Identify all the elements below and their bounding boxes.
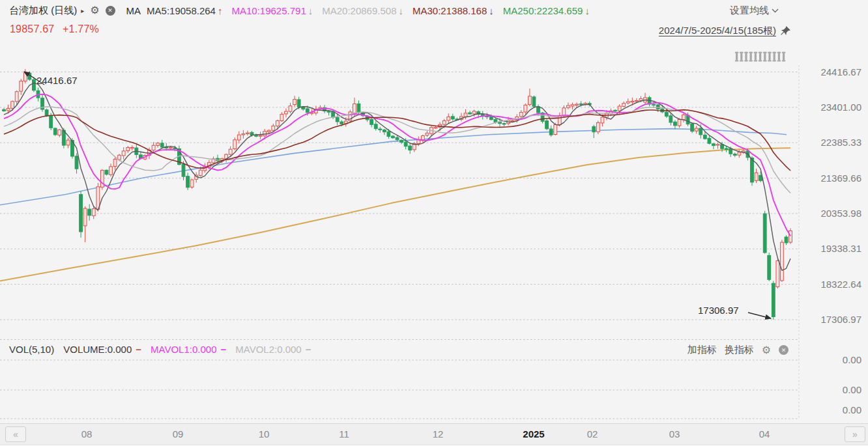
price-annotation: 17306.97: [698, 305, 739, 316]
vol-legend-value: MAVOL2:0.000: [235, 344, 301, 355]
date-range-link[interactable]: 2024/7/5-2025/4/15(185根): [659, 25, 776, 37]
vol-legend-value: VOLUME:0.000: [63, 344, 132, 355]
last-price: 19857.67: [10, 23, 54, 35]
ma-legend-value: MA5:19058.264: [147, 5, 216, 16]
ma-legend-value: MA30:21388.168: [412, 5, 487, 16]
scroll-right-button[interactable]: »: [845, 426, 865, 442]
vol-legend-item: MAVOL1:0.000−: [151, 344, 226, 355]
time-axis-label: 09: [173, 428, 184, 439]
scroll-left-button[interactable]: «: [5, 426, 26, 442]
price-axis-label: 21369.66: [805, 173, 861, 184]
ma-trend-arrow-icon: ↓: [489, 5, 494, 16]
ma-legend-item: MA250:22234.659↓: [503, 5, 590, 16]
ma-trend-arrow-icon: ↑: [218, 5, 223, 16]
ma-legend-value: MA20:20869.508: [322, 5, 396, 16]
vol-legend-value: MAVOL1:0.000: [151, 344, 216, 355]
volume-axis-label: 0.00: [805, 404, 861, 416]
vol-indicator-label: VOL(5,10): [9, 344, 54, 355]
time-axis-label: 10: [259, 428, 270, 439]
price-quote: 19857.67 +1.77%: [10, 23, 99, 35]
price-axis-label: 19338.31: [805, 243, 861, 255]
vol-legend-item: VOLUME:0.000−: [63, 344, 141, 355]
price-axis-label: 18322.64: [805, 279, 861, 290]
chart-header: 台湾加权 (日线) ▸ ⚙ ✕ MA MA5:19058.264↑MA10:19…: [9, 3, 590, 18]
symbol-title[interactable]: 台湾加权 (日线): [9, 5, 77, 17]
price-axis-label: 17306.97: [805, 314, 861, 326]
volume-header: VOL(5,10) VOLUME:0.000−MAVOL1:0.000−MAVO…: [9, 344, 311, 355]
ma-trend-arrow-icon: ↓: [585, 5, 590, 16]
ma-legend-item: MA10:19625.791↓: [231, 5, 313, 16]
date-range: 2024/7/5-2025/4/15(185根): [659, 25, 791, 37]
ma-trend-arrow-icon: ↓: [399, 5, 404, 16]
ma-legend-item: MA30:21388.168↓: [412, 5, 494, 16]
time-axis-label: 08: [81, 428, 93, 439]
price-axis-label: 20353.98: [805, 208, 861, 219]
vol-legend: VOLUME:0.000−MAVOL1:0.000−MAVOL2:0.000−: [63, 344, 311, 355]
ma-legend-value: MA250:22234.659: [503, 5, 583, 16]
time-axis-label: 02: [587, 428, 598, 439]
symbol-caret-icon[interactable]: ▸: [81, 7, 84, 14]
ma-legend-item: MA20:20869.508↓: [322, 5, 403, 16]
price-annotation: 24416.67: [36, 75, 78, 86]
vol-dash-icon: −: [136, 344, 141, 355]
vol-legend-item: MAVOL2:0.000−: [235, 344, 311, 355]
ma-settings-label: 设置均线: [730, 5, 769, 17]
price-axis-label: 23401.00: [805, 102, 861, 113]
ma-indicator-label: MA: [126, 5, 141, 16]
ma-legend: MA5:19058.264↑MA10:19625.791↓MA20:20869.…: [147, 5, 590, 16]
ma-legend-item: MA5:19058.264↑: [147, 5, 222, 16]
chevron-down-icon: [772, 8, 779, 13]
time-axis-label: 04: [759, 428, 770, 439]
switch-indicator-button[interactable]: 换指标: [725, 344, 754, 356]
vol-gear-icon[interactable]: ⚙: [762, 345, 771, 355]
volume-header-actions: 加指标 换指标 ⚙ ✕: [687, 344, 788, 356]
vol-dash-icon: −: [220, 344, 226, 355]
add-indicator-button[interactable]: 加指标: [687, 344, 717, 356]
vol-dash-icon: −: [306, 344, 311, 355]
price-axis-label: 24416.67: [805, 66, 861, 78]
stock-chart-app: 台湾加权 (日线) ▸ ⚙ ✕ MA MA5:19058.264↑MA10:19…: [0, 0, 868, 446]
gear-icon[interactable]: ⚙: [90, 5, 99, 16]
ma-trend-arrow-icon: ↓: [308, 5, 313, 16]
volume-axis-label: 0.00: [805, 354, 861, 366]
time-axis: « 08091011122025020304 »: [0, 423, 868, 445]
time-axis-label: 12: [433, 428, 444, 439]
time-axis-label: 03: [669, 428, 680, 439]
chart-canvas[interactable]: [0, 0, 868, 446]
price-axis-label: 22385.33: [805, 137, 861, 148]
ma-legend-value: MA10:19625.791: [231, 5, 306, 16]
close-icon[interactable]: ✕: [106, 6, 115, 16]
time-axis-label: 2025: [523, 428, 544, 439]
time-axis-label: 11: [339, 428, 349, 439]
ma-settings-button[interactable]: 设置均线: [730, 5, 779, 17]
vol-close-icon[interactable]: ✕: [779, 345, 788, 355]
pin-icon[interactable]: [780, 25, 791, 36]
volume-axis-label: 0.00: [805, 384, 861, 396]
change-percent: +1.77%: [63, 23, 99, 35]
